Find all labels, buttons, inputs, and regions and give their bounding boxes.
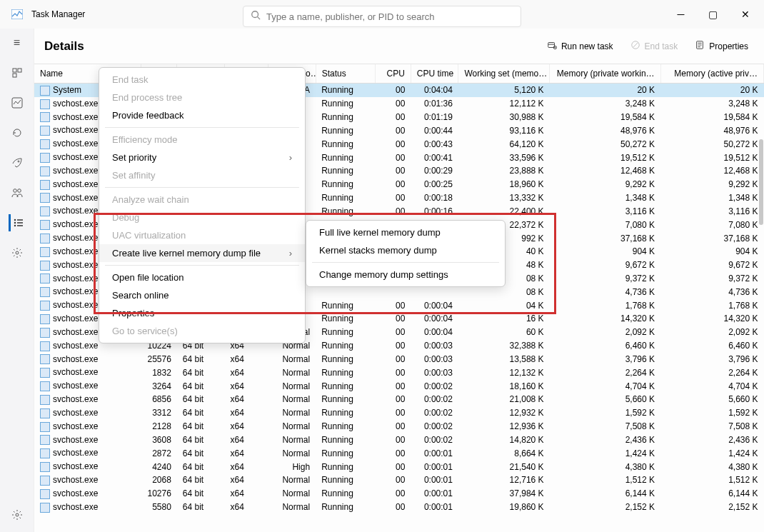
- table-row[interactable]: svchost.exe287264 bitx64NormalRunning000…: [34, 446, 764, 460]
- cell: 4240: [141, 460, 177, 473]
- table-row[interactable]: svchost.exe558064 bitx64NormalRunning000…: [34, 501, 764, 514]
- cell: x64: [224, 366, 268, 379]
- table-row[interactable]: svchost.exe206864 bitx64NormalRunning000…: [34, 473, 764, 487]
- column-header[interactable]: Memory (active priv…: [660, 64, 763, 84]
- table-row[interactable]: svchost.exe2557664 bitx64NormalRunning00…: [34, 353, 764, 366]
- cell: 00: [375, 326, 411, 339]
- search-input[interactable]: [266, 11, 513, 22]
- process-icon: [40, 395, 50, 405]
- cell: x64: [224, 433, 268, 447]
- menu-item[interactable]: Full live kernel memory dump: [306, 224, 505, 241]
- menu-item[interactable]: Properties: [99, 304, 305, 322]
- table-row[interactable]: svchost.exe212864 bitx64NormalRunning000…: [34, 420, 764, 433]
- properties-button[interactable]: Properties: [689, 36, 754, 56]
- process-icon: [40, 287, 50, 297]
- process-table[interactable]: NamePIDPlatformArchite…Base prio…StatusC…: [34, 64, 764, 532]
- column-header[interactable]: Working set (memo…: [458, 64, 550, 84]
- cell: 1,768 K: [550, 298, 660, 312]
- menu-item[interactable]: Set priority›: [99, 149, 305, 166]
- cell: 0:00:03: [411, 339, 458, 353]
- cell: x64: [224, 487, 268, 501]
- column-header[interactable]: CPU: [375, 64, 411, 84]
- process-icon: [40, 112, 50, 122]
- table-row[interactable]: svchost.exe360864 bitx64NormalRunning000…: [34, 433, 764, 447]
- menu-item[interactable]: Create live kernel memory dump file›: [99, 244, 305, 262]
- cell: svchost.exe: [34, 460, 141, 473]
- table-row[interactable]: svchost.exe685664 bitx64NormalRunning000…: [34, 393, 764, 406]
- menu-item[interactable]: Provide feedback: [99, 106, 305, 124]
- cell: 6,460 K: [660, 339, 763, 353]
- cell: 23,888 K: [458, 164, 550, 178]
- toolbar: Details Run new task End task Properties: [34, 29, 764, 64]
- performance-icon[interactable]: [9, 94, 26, 111]
- menu-item[interactable]: Change memory dump settings: [306, 266, 505, 283]
- menu-item: End task: [99, 71, 305, 89]
- cell: 14,320 K: [660, 312, 763, 326]
- process-icon: [40, 476, 50, 486]
- cell: x64: [224, 353, 268, 366]
- cell: Normal: [268, 366, 316, 379]
- cell: 904 K: [550, 245, 660, 259]
- cell: 0:00:01: [411, 487, 458, 501]
- menu-item[interactable]: Search online: [99, 286, 305, 304]
- context-submenu[interactable]: Full live kernel memory dumpKernel stack…: [306, 220, 506, 287]
- cell: 9,292 K: [550, 178, 660, 191]
- services-icon[interactable]: [9, 244, 26, 261]
- table-row[interactable]: svchost.exe331264 bitx64NormalRunning000…: [34, 406, 764, 420]
- cell: 7,508 K: [660, 420, 763, 433]
- processes-icon[interactable]: [9, 64, 26, 81]
- context-menu[interactable]: End taskEnd process treeProvide feedback…: [99, 67, 306, 343]
- cell: 64 bit: [177, 433, 225, 447]
- hamburger-icon[interactable]: ≡: [9, 34, 26, 51]
- column-header[interactable]: CPU time: [411, 64, 458, 84]
- process-icon: [40, 261, 50, 271]
- maximize-button[interactable]: ▢: [697, 0, 729, 29]
- cell: Running: [316, 353, 375, 366]
- chevron-right-icon: ›: [289, 248, 292, 259]
- history-icon[interactable]: [9, 124, 26, 141]
- cell: svchost.exe: [34, 353, 141, 366]
- settings-icon[interactable]: [9, 506, 26, 523]
- table-row[interactable]: svchost.exe1027664 bitx64NormalRunning00…: [34, 487, 764, 501]
- column-header[interactable]: Memory (private workin…: [550, 64, 660, 84]
- close-button[interactable]: ✕: [729, 0, 761, 29]
- cell: 14,320 K: [550, 312, 660, 326]
- cell: 9,672 K: [550, 259, 660, 272]
- end-task-button: End task: [625, 36, 684, 56]
- menu-item[interactable]: Kernel stacks memory dump: [306, 241, 505, 259]
- table-row[interactable]: svchost.exe326464 bitx64NormalRunning000…: [34, 379, 764, 393]
- process-icon: [40, 234, 50, 244]
- cell: svchost.exe: [34, 446, 141, 460]
- process-icon: [40, 448, 50, 458]
- table-row[interactable]: svchost.exe424064 bitx64HighRunning000:0…: [34, 460, 764, 473]
- cell: Running: [316, 84, 375, 97]
- cell: 0:04:04: [411, 84, 458, 97]
- cell: 20 K: [660, 84, 763, 97]
- cell: 1,348 K: [550, 191, 660, 205]
- cell: 7,508 K: [550, 420, 660, 433]
- cell: 3264: [141, 379, 177, 393]
- cell: 22,400 K: [458, 204, 550, 218]
- run-new-task-button[interactable]: Run new task: [541, 36, 619, 56]
- menu-item: Go to service(s): [99, 322, 305, 340]
- cell: 33,596 K: [458, 151, 550, 164]
- search-box[interactable]: [243, 6, 521, 27]
- cell: 2128: [141, 420, 177, 433]
- column-header[interactable]: Status: [316, 64, 375, 84]
- cell: 0:00:16: [411, 204, 458, 218]
- scrollbar-thumb[interactable]: [759, 139, 763, 225]
- cell: 0:00:01: [411, 473, 458, 487]
- menu-item: End process tree: [99, 89, 305, 106]
- table-row[interactable]: svchost.exe183264 bitx64NormalRunning000…: [34, 366, 764, 379]
- svg-point-10: [15, 220, 16, 221]
- cell: 00: [375, 420, 411, 433]
- menu-item[interactable]: Open file location: [99, 268, 305, 286]
- details-icon[interactable]: [9, 214, 26, 231]
- minimize-button[interactable]: ─: [665, 0, 697, 29]
- users-icon[interactable]: [9, 184, 26, 201]
- cell: [375, 285, 411, 298]
- cell: 3,248 K: [550, 97, 660, 111]
- startup-icon[interactable]: [9, 154, 26, 171]
- menu-item: UAC virtualization: [99, 226, 305, 244]
- cell: 1,348 K: [660, 191, 763, 205]
